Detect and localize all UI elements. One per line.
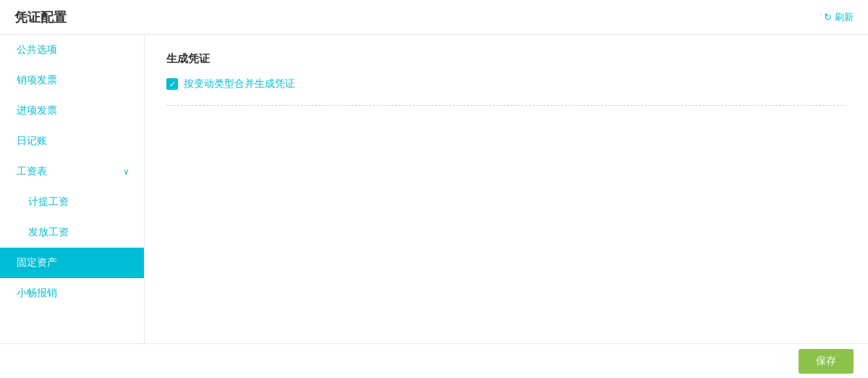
page-footer: 保存 — [0, 343, 868, 378]
sidebar-item-sales-invoice[interactable]: 销项发票 — [0, 65, 144, 96]
body-layout: 公共选项销项发票进项发票日记账工资表∨计提工资发放工资固定资产小畅报销 生成凭证… — [0, 35, 868, 343]
page-wrapper: 凭证配置 ↻ 刷新 公共选项销项发票进项发票日记账工资表∨计提工资发放工资固定资… — [0, 0, 868, 378]
sidebar-item-label: 小畅报销 — [17, 287, 57, 300]
sidebar-item-purchase-invoice[interactable]: 进项发票 — [0, 96, 144, 126]
sidebar-item-payroll[interactable]: 工资表∨ — [0, 156, 144, 187]
page-title: 凭证配置 — [14, 9, 67, 26]
sidebar-item-label: 进项发票 — [17, 104, 57, 117]
sidebar-item-label: 计提工资 — [28, 196, 69, 209]
sidebar-item-label: 销项发票 — [17, 74, 57, 87]
refresh-label: 刷新 — [835, 11, 854, 24]
refresh-icon: ↻ — [824, 12, 832, 22]
sidebar-item-journal[interactable]: 日记账 — [0, 126, 144, 156]
sidebar-item-label: 发放工资 — [28, 226, 69, 239]
merge-by-type-checkbox[interactable] — [166, 78, 178, 90]
sidebar-item-label: 日记账 — [17, 135, 47, 148]
sidebar-item-label: 公共选项 — [17, 43, 57, 56]
sidebar: 公共选项销项发票进项发票日记账工资表∨计提工资发放工资固定资产小畅报销 — [0, 35, 145, 343]
section-title: 生成凭证 — [166, 52, 846, 66]
sidebar-item-pay-salary[interactable]: 发放工资 — [0, 217, 144, 248]
refresh-button[interactable]: ↻ 刷新 — [824, 11, 854, 24]
main-content: 生成凭证 按变动类型合并生成凭证 — [145, 35, 868, 343]
merge-by-type-label[interactable]: 按变动类型合并生成凭证 — [184, 77, 295, 91]
save-button[interactable]: 保存 — [799, 349, 854, 374]
section-divider — [166, 105, 846, 106]
chevron-down-icon: ∨ — [123, 167, 129, 177]
sidebar-item-label: 工资表 — [17, 165, 47, 178]
checkbox-row: 按变动类型合并生成凭证 — [166, 77, 846, 91]
sidebar-item-accrued-salary[interactable]: 计提工资 — [0, 187, 144, 217]
sidebar-item-fixed-assets[interactable]: 固定资产 — [0, 248, 144, 278]
page-header: 凭证配置 ↻ 刷新 — [0, 0, 868, 35]
sidebar-item-label: 固定资产 — [17, 256, 57, 269]
sidebar-item-expense-claim[interactable]: 小畅报销 — [0, 278, 144, 308]
sidebar-item-public-options[interactable]: 公共选项 — [0, 35, 144, 65]
